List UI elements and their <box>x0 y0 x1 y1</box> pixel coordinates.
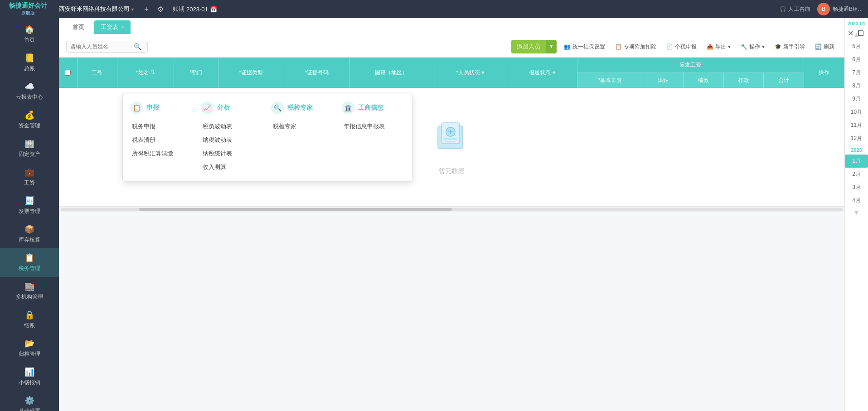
date-nav-down-icon[interactable]: ▼ <box>852 207 862 218</box>
tax-return-button[interactable]: 📄 个税申报 <box>664 41 699 53</box>
income-estimate-item[interactable]: 收入测算 <box>201 160 264 174</box>
service-button[interactable]: 🎧 人工咨询 <box>780 5 810 13</box>
date-month-9[interactable]: 9月 <box>845 92 868 106</box>
sidebar-item-home[interactable]: 🏠 首页 <box>0 20 59 48</box>
tab-home[interactable]: 首页 <box>66 20 91 34</box>
date-month-10[interactable]: 10月 <box>845 106 868 119</box>
tax-burden-item[interactable]: 税负波动表 <box>201 120 264 133</box>
date-month-6[interactable]: 6月 <box>845 53 868 66</box>
export-chevron-icon: ▾ <box>728 44 731 50</box>
guide-button[interactable]: 🎓 新手引导 <box>772 41 808 53</box>
date-month-8[interactable]: 8月 <box>845 79 868 92</box>
th-checkbox[interactable] <box>59 58 77 88</box>
scrollbar-track <box>61 208 843 211</box>
income-tax-item[interactable]: 所得税汇算清缴 <box>130 147 194 160</box>
search-input[interactable] <box>70 44 134 50</box>
sidebar-item-inventory[interactable]: 📦 库存核算 <box>0 220 59 248</box>
tax-declare-item[interactable]: 税务申报 <box>130 120 194 133</box>
refresh-button[interactable]: 🔄 刷新 <box>812 41 837 53</box>
tab-salary[interactable]: 工资表 × <box>94 20 131 34</box>
declare-section-title: 📋 申报 <box>130 102 194 114</box>
tax-expert-item[interactable]: 税检专家 <box>271 120 335 133</box>
th-name: *姓名 ⇅ <box>117 58 174 88</box>
company-selector[interactable]: 西安虾米网络科技有限公司 ▾ <box>59 5 134 13</box>
search-box[interactable]: 🔍 <box>66 41 148 53</box>
user-button[interactable]: B 畅捷通B组... <box>817 3 863 15</box>
window-maximize-button[interactable]: ⧠ <box>857 29 864 38</box>
sidebar-item-assets[interactable]: 🏢 固定资产 <box>0 134 59 163</box>
th-base-salary: *基本工资 <box>577 73 643 88</box>
add-person-button[interactable]: 添加人员 <box>511 40 546 53</box>
sidebar-item-multi[interactable]: 🏬 多机构管理 <box>0 277 59 305</box>
tab-close-icon[interactable]: × <box>121 24 124 30</box>
sidebar-label-settings: 基础设置 <box>19 407 40 411</box>
export-button[interactable]: 📤 导出 ▾ <box>704 41 733 53</box>
window-close-button[interactable]: ✕ <box>848 29 853 38</box>
date-month-4[interactable]: 4月 <box>845 194 868 207</box>
date-month-11[interactable]: 11月 <box>845 119 868 132</box>
tax-return-icon: 📄 <box>666 44 673 50</box>
social-insurance-button[interactable]: 👥 统一社保设置 <box>561 41 608 53</box>
tab-bar: 首页 工资表 × <box>59 18 844 36</box>
sidebar-item-tax[interactable]: 📋 税务管理 <box>0 248 59 277</box>
th-id-type: *证据类型 <box>218 58 284 88</box>
sidebar-item-report[interactable]: 📊 小畅报销 <box>0 363 59 391</box>
sidebar-item-close-period[interactable]: 🔒 结账 <box>0 305 59 334</box>
annual-report-item[interactable]: 年报信息申报表 <box>342 120 405 133</box>
headset-icon: 🎧 <box>780 6 786 12</box>
tab-salary-label: 工资表 <box>101 23 118 31</box>
sidebar-item-salary[interactable]: 💼 工资 <box>0 163 59 191</box>
date-month-2[interactable]: 2月 <box>845 168 868 181</box>
top-bar: 畅捷通好会计 旗舰版 西安虾米网络科技有限公司 ▾ ＋ ⚙ 账期 2023-01… <box>0 0 868 18</box>
sidebar: 🏠 首页 📒 总账 ☁️ 云报表中心 💰 资金管理 🏢 固定资产 💼 工资 🧾 … <box>0 18 59 411</box>
tax-dropdown-menu: 📋 申报 税务申报 税表清册 所得税汇算清缴 📈 分析 税负波动表 纳税波动表 … <box>122 94 412 182</box>
date-panel: 2023.01 ▲ 5月 6月 7月 8月 9月 10月 11月 12月 202… <box>844 18 868 411</box>
calendar-icon[interactable]: 📅 <box>210 6 217 13</box>
date-month-7[interactable]: 7月 <box>845 66 868 79</box>
business-icon: 🏛️ <box>342 102 354 114</box>
archive-icon: 📂 <box>24 338 34 348</box>
close-period-icon: 🔒 <box>24 310 34 320</box>
period-label: 账期 <box>173 5 184 13</box>
home-icon: 🏠 <box>24 24 34 34</box>
declare-title: 申报 <box>146 104 159 112</box>
th-operation: 操作 <box>804 58 844 88</box>
refresh-label: 刷新 <box>824 43 834 51</box>
empty-icon <box>433 119 470 162</box>
sidebar-item-settings[interactable]: ⚙️ 基础设置 <box>0 391 59 411</box>
sidebar-item-archive[interactable]: 📂 归档管理 <box>0 334 59 363</box>
tax-payment-item[interactable]: 纳税波动表 <box>201 133 264 147</box>
add-person-dropdown-arrow[interactable]: ▾ <box>546 40 557 53</box>
date-month-3[interactable]: 3月 <box>845 181 868 194</box>
special-deduction-button[interactable]: 📋 专项附加扣除 <box>612 41 659 53</box>
add-company-icon[interactable]: ＋ <box>141 4 152 15</box>
sidebar-label-home: 首页 <box>24 36 35 44</box>
invoice-icon: 🧾 <box>24 196 34 206</box>
sidebar-item-invoice[interactable]: 🧾 发票管理 <box>0 191 59 220</box>
horizontal-scrollbar[interactable] <box>59 207 844 212</box>
th-nationality: 国籍（地区） <box>350 58 433 88</box>
date-month-1[interactable]: 1月 <box>845 155 868 168</box>
settings-nav-icon: ⚙️ <box>24 396 34 406</box>
operation-button[interactable]: 🔧 操作 ▾ <box>738 41 767 53</box>
date-month-12[interactable]: 12月 <box>845 132 868 145</box>
date-month-5[interactable]: 5月 <box>845 40 868 53</box>
sidebar-label-tax: 税务管理 <box>19 265 40 272</box>
avatar-initial: B <box>822 6 825 12</box>
th-department: *部门 <box>174 58 218 88</box>
export-label: 导出 <box>715 43 726 51</box>
tax-form-item[interactable]: 税表清册 <box>130 133 194 147</box>
tax-stats-item[interactable]: 纳税统计表 <box>201 147 264 160</box>
guide-label: 新手引导 <box>783 43 805 51</box>
sidebar-item-funds[interactable]: 💰 资金管理 <box>0 106 59 134</box>
analysis-section-title: 📈 分析 <box>201 102 264 114</box>
sidebar-item-cloud[interactable]: ☁️ 云报表中心 <box>0 77 59 106</box>
company-name-label: 西安虾米网络科技有限公司 <box>59 5 130 13</box>
select-all-checkbox[interactable] <box>65 70 71 76</box>
ledger-icon: 📒 <box>24 53 34 63</box>
sidebar-label-funds: 资金管理 <box>19 122 40 130</box>
sidebar-item-ledger[interactable]: 📒 总账 <box>0 48 59 77</box>
settings-icon[interactable]: ⚙ <box>155 4 165 15</box>
refresh-icon: 🔄 <box>815 44 822 50</box>
th-number: 工号 <box>77 58 117 88</box>
